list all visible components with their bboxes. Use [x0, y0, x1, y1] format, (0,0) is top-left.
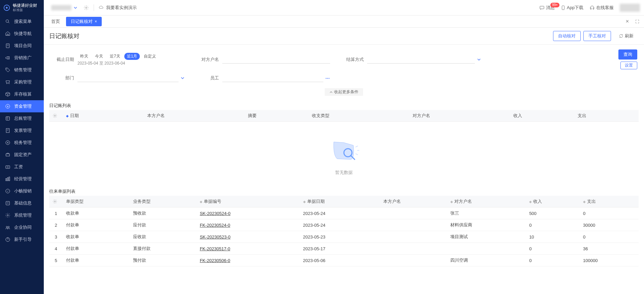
gear-icon[interactable] [84, 5, 89, 10]
sidebar-item-13[interactable]: 经营管理 [0, 173, 44, 185]
recv-header-4[interactable]: 本方户名 [380, 196, 447, 208]
sidebar-item-18[interactable]: 新手引导 [0, 233, 44, 246]
demo-link[interactable]: 我要看实例演示 [99, 5, 137, 11]
table-row[interactable]: 2付款单应付款FK-20230524-02023-05-24材料供应商03000… [49, 219, 639, 231]
table-row[interactable]: 3收款单应收款SK-20230523-02023-05-23项目测试100 [49, 231, 639, 243]
fullscreen-button[interactable] [633, 17, 641, 26]
settlement-input[interactable] [367, 56, 475, 64]
sidebar-item-0[interactable]: 搜索菜单 [0, 15, 44, 28]
svg-rect-20 [6, 179, 7, 181]
cell-doc-no[interactable]: SK-20230523-0 [196, 231, 299, 243]
sidebar-item-1[interactable]: 快捷导航 [0, 28, 44, 40]
sidebar-item-10[interactable]: 税务管理 [0, 137, 44, 149]
brand-icon [3, 4, 11, 12]
sidebar-item-8[interactable]: 总账管理 [0, 112, 44, 124]
journal-header-6[interactable]: 支出 [574, 110, 639, 122]
user-avatar[interactable] [620, 4, 640, 12]
svg-rect-32 [540, 6, 544, 9]
tab-label: 日记账核对 [71, 19, 93, 25]
sidebar-item-label: 小畅报销 [14, 188, 32, 194]
manual-check-button[interactable]: 手工核对 [583, 31, 611, 41]
tab-home[interactable]: 首页 [46, 17, 65, 26]
table-row[interactable]: 1收款单预收款SK-20230524-02023-05-24张三5000 [49, 208, 639, 219]
cell-doc-type: 收款单 [63, 231, 130, 243]
recv-header-1[interactable]: 业务类型 [130, 196, 197, 208]
cell-expense: 36 [580, 243, 639, 255]
journal-header-2[interactable]: 摘要 [245, 110, 309, 122]
journal-header-4[interactable]: 对方户名 [409, 110, 510, 122]
query-button[interactable]: 查询 [618, 49, 637, 60]
collapse-filters-button[interactable]: 收起更多条件 [325, 88, 363, 96]
date-option-3[interactable]: 近1月 [124, 53, 140, 60]
journal-header-1[interactable]: 本方户名 [144, 110, 245, 122]
tax-icon [5, 140, 11, 146]
sidebar-item-17[interactable]: 企业协同 [0, 221, 44, 233]
sidebar-item-2[interactable]: 项目合同 [0, 40, 44, 52]
doc-icon [5, 43, 11, 49]
date-option-4[interactable]: 自定义 [141, 53, 159, 60]
cell-doc-no[interactable]: FK-20230506-0 [196, 255, 299, 266]
auto-check-button[interactable]: 自动核对 [553, 31, 581, 41]
counterparty-label: 对方户名 [192, 57, 222, 63]
sidebar-item-label: 工资 [14, 164, 23, 170]
message-button[interactable]: 消息 99+ [539, 5, 555, 11]
sidebar-item-12[interactable]: 工资 [0, 161, 44, 173]
counterparty-input[interactable] [222, 56, 330, 64]
org-selector[interactable] [48, 4, 81, 12]
dept-input[interactable] [77, 74, 179, 82]
gear-column[interactable] [49, 196, 63, 208]
sidebar-item-9[interactable]: 发票管理 [0, 124, 44, 137]
online-service-button[interactable]: 在线客服 [589, 5, 614, 11]
journal-header-3[interactable]: 收支类型 [309, 110, 409, 122]
recv-header-7[interactable]: ◆支出 [580, 196, 639, 208]
gear-column[interactable] [49, 110, 63, 122]
recv-header-6[interactable]: ◆收入 [526, 196, 580, 208]
cell-doc-no[interactable]: SK-20230524-0 [196, 208, 299, 219]
recv-header-2[interactable]: ◆单据编号 [196, 196, 299, 208]
chevron-down-icon[interactable] [181, 76, 185, 80]
sidebar-item-6[interactable]: 库存核算 [0, 88, 44, 100]
svg-rect-18 [6, 166, 10, 169]
recv-header-0[interactable]: 单据类型 [63, 196, 130, 208]
date-option-0[interactable]: 昨天 [77, 53, 91, 60]
employee-picker-icon[interactable]: ⋯ [325, 76, 330, 81]
journal-header-5[interactable]: 收入 [510, 110, 574, 122]
info-icon [5, 200, 11, 206]
app-download-button[interactable]: App下载 [561, 5, 583, 11]
svg-point-19 [7, 167, 8, 168]
date-option-1[interactable]: 今天 [92, 53, 106, 60]
recv-header-3[interactable]: ◆单据日期 [300, 196, 380, 208]
sidebar-item-7[interactable]: ¥资金管理 [0, 100, 44, 112]
table-row[interactable]: 5付款单预付款FK-20230506-02023-05-06四川空调010000… [49, 255, 639, 266]
page-title: 日记账核对 [49, 32, 553, 40]
sidebar-item-3[interactable]: 营销推广 [0, 52, 44, 64]
cell-biz-type: 预付款 [130, 255, 197, 266]
sidebar-item-11[interactable]: 固定资产 [0, 149, 44, 161]
table-row[interactable]: 4付款单直接付款FK-20230517-02023-05-17036 [49, 243, 639, 255]
refresh-button[interactable]: 刷新 [614, 31, 639, 41]
date-option-2[interactable]: 近7天 [107, 53, 123, 60]
cell-doc-date: 2023-05-24 [300, 208, 380, 219]
cell-doc-no[interactable]: FK-20230517-0 [196, 243, 299, 255]
close-icon[interactable]: × [95, 19, 97, 24]
settlement-label: 结算方式 [337, 57, 367, 63]
svg-point-27 [7, 215, 8, 216]
cell-doc-type: 付款单 [63, 243, 130, 255]
employee-input[interactable] [222, 74, 323, 82]
cell-expense: 0 [580, 231, 639, 243]
sidebar-item-5[interactable]: 采购管理 [0, 76, 44, 88]
recv-header-5[interactable]: ◆对方户名 [447, 196, 526, 208]
sidebar-item-label: 固定资产 [14, 152, 32, 158]
cell-doc-no[interactable]: FK-20230524-0 [196, 219, 299, 231]
settings-button[interactable]: 设置 [620, 62, 637, 69]
journal-header-0[interactable]: ◆日期 [63, 110, 144, 122]
sidebar-item-4[interactable]: 销售管理 [0, 64, 44, 76]
svg-point-35 [54, 115, 56, 116]
sidebar-item-15[interactable]: 基础信息 [0, 197, 44, 209]
tab-journal-check[interactable]: 日记账核对 × [66, 17, 102, 26]
sidebar-item-16[interactable]: 系统管理 [0, 209, 44, 221]
chevron-down-icon[interactable] [477, 58, 481, 62]
cloud-icon [99, 5, 104, 10]
close-all-button[interactable]: ✕ [623, 17, 631, 26]
sidebar-item-14[interactable]: 小畅报销 [0, 185, 44, 197]
